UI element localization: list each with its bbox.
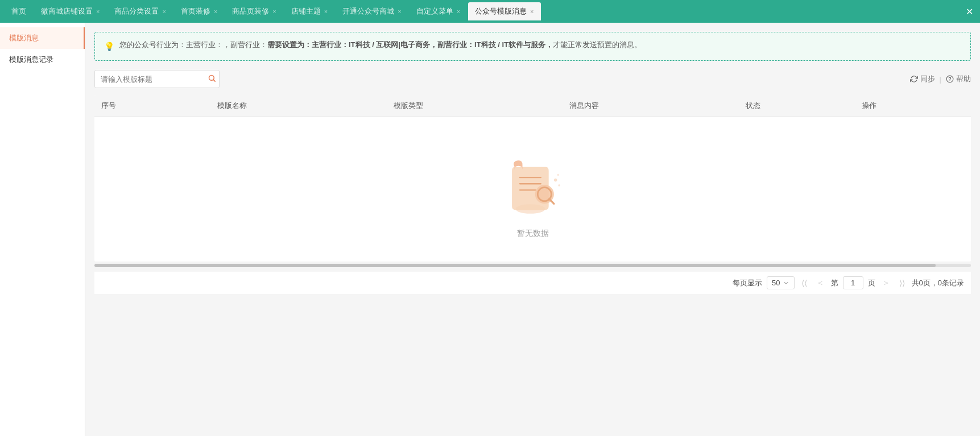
- pagination: 每页显示 50 ⟨⟨ ＜ 第 页 ＞ ⟩⟩ 共0页，0条记录: [94, 272, 971, 294]
- col-header-type: 模版类型: [387, 95, 563, 117]
- tab-home-decor[interactable]: 首页装修×: [174, 2, 224, 20]
- toolbar-right: 同步 | 帮助: [910, 74, 971, 84]
- sidebar-item-template-msg-log[interactable]: 模版消息记录: [0, 49, 85, 70]
- tab-close-icon[interactable]: ×: [272, 9, 276, 15]
- content-area: 💡 您的公众号行业为：主营行业：，副营行业：需要设置为：主营行业：IT科技 / …: [85, 23, 980, 436]
- tab-home[interactable]: 首页: [5, 2, 33, 20]
- scroll-thumb: [94, 264, 936, 267]
- alert-text: 您的公众号行业为：主营行业：，副营行业：需要设置为：主营行业：IT科技 / 互联…: [119, 39, 642, 51]
- tab-label: 首页: [11, 6, 26, 16]
- page-total-info: 共0页，0条记录: [912, 278, 964, 288]
- page-first-button[interactable]: ⟨⟨: [799, 277, 809, 289]
- page-label-pre: 第: [831, 278, 838, 288]
- page-label-suf: 页: [868, 278, 875, 288]
- top-nav: 首页微商城店铺设置×商品分类设置×首页装修×商品页装修×店铺主题×开通公众号商城…: [0, 0, 980, 23]
- col-header-index: 序号: [94, 95, 210, 117]
- chevron-down-icon: [783, 280, 789, 286]
- tab-label: 店铺主题: [291, 6, 321, 16]
- search-input-wrap: [94, 70, 220, 88]
- tab-label: 微商城店铺设置: [41, 6, 93, 16]
- tab-close-icon[interactable]: ×: [398, 9, 401, 15]
- main-layout: 模版消息模版消息记录 💡 您的公众号行业为：主营行业：，副营行业：需要设置为：主…: [0, 23, 980, 436]
- tab-close-icon[interactable]: ×: [162, 9, 166, 15]
- tab-close-icon[interactable]: ×: [530, 9, 534, 15]
- col-header-status: 状态: [739, 95, 855, 117]
- tab-label: 商品分类设置: [114, 6, 159, 16]
- tab-open-mall[interactable]: 开通公众号商城×: [336, 2, 408, 20]
- empty-text: 暂无数据: [517, 229, 549, 239]
- page-prev-button[interactable]: ＜: [814, 277, 826, 289]
- svg-point-11: [553, 178, 557, 182]
- help-button[interactable]: 帮助: [946, 74, 971, 84]
- tab-product-category[interactable]: 商品分类设置×: [107, 2, 172, 20]
- tab-label: 首页装修: [181, 6, 210, 16]
- empty-state: 暂无数据: [94, 117, 971, 261]
- close-all-button[interactable]: ✕: [966, 6, 973, 17]
- svg-point-13: [557, 174, 559, 176]
- page-number-input[interactable]: [843, 276, 863, 289]
- alert-icon: 💡: [104, 40, 115, 53]
- tab-close-icon[interactable]: ×: [96, 9, 100, 15]
- page-size-label: 每页显示: [733, 278, 762, 288]
- search-bar: 同步 | 帮助: [94, 70, 971, 88]
- tab-template-msg[interactable]: 公众号模版消息×: [468, 2, 540, 20]
- tab-product-decor[interactable]: 商品页装修×: [225, 2, 283, 20]
- toolbar-divider: |: [940, 75, 941, 84]
- tab-wshop-settings[interactable]: 微商城店铺设置×: [34, 2, 106, 20]
- svg-point-12: [558, 184, 560, 186]
- horizontal-scrollbar[interactable]: [94, 264, 971, 267]
- tab-shop-theme[interactable]: 店铺主题×: [284, 2, 334, 20]
- sidebar: 模版消息模版消息记录: [0, 23, 85, 436]
- col-header-name: 模版名称: [210, 95, 387, 117]
- col-header-content: 消息内容: [563, 95, 739, 117]
- empty-illustration: [499, 151, 567, 219]
- page-next-button[interactable]: ＞: [880, 277, 892, 289]
- table-header: 序号模版名称模版类型消息内容状态操作: [94, 95, 971, 117]
- search-input[interactable]: [95, 72, 202, 87]
- tab-label: 自定义菜单: [416, 6, 453, 16]
- sync-button[interactable]: 同步: [910, 74, 935, 84]
- tab-label: 公众号模版消息: [475, 6, 527, 16]
- col-header-action: 操作: [855, 95, 971, 117]
- tab-close-icon[interactable]: ×: [457, 9, 460, 15]
- tab-label: 开通公众号商城: [342, 6, 394, 16]
- svg-line-1: [213, 80, 215, 81]
- tab-close-icon[interactable]: ×: [214, 9, 217, 15]
- tab-close-icon[interactable]: ×: [324, 9, 328, 15]
- tab-custom-menu[interactable]: 自定义菜单×: [410, 2, 467, 20]
- page-last-button[interactable]: ⟩⟩: [897, 277, 907, 289]
- page-size-select[interactable]: 50: [767, 276, 794, 289]
- tab-label: 商品页装修: [232, 6, 269, 16]
- sidebar-item-template-msg[interactable]: 模版消息: [0, 27, 85, 49]
- alert-banner: 💡 您的公众号行业为：主营行业：，副营行业：需要设置为：主营行业：IT科技 / …: [94, 32, 971, 61]
- search-button[interactable]: [202, 70, 220, 88]
- data-table: 序号模版名称模版类型消息内容状态操作: [94, 95, 971, 261]
